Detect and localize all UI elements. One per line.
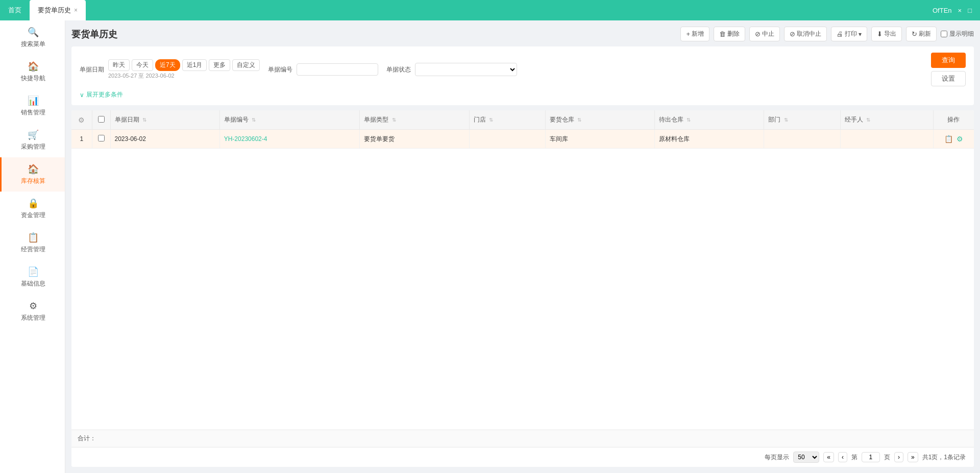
window-close-icon[interactable]: × (958, 7, 962, 14)
print-dropdown-icon: ▾ (859, 31, 862, 38)
sidebar-label-ops-mgmt: 经营管理 (21, 245, 45, 254)
td-type: 要货单要货 (360, 130, 469, 149)
th-req-warehouse: 要货仓库 ⇅ (545, 110, 654, 130)
sidebar-item-sales-mgmt[interactable]: 📊 销售管理 (0, 89, 65, 123)
tab-purchase-history[interactable]: 要货单历史 × (30, 0, 86, 20)
th-check (92, 110, 110, 130)
sidebar-item-purchase-mgmt[interactable]: 🛒 采购管理 (0, 123, 65, 157)
export-button[interactable]: ⬇ 导出 (871, 27, 902, 41)
query-button[interactable]: 查询 (931, 53, 966, 68)
sort-date-icon[interactable]: ⇅ (142, 117, 146, 123)
docno-link[interactable]: YH-20230602-4 (224, 135, 267, 143)
finance-mgmt-icon: 🔒 (28, 198, 39, 209)
sidebar-item-inventory[interactable]: 🏠 库存核算 (0, 157, 65, 192)
date-btn-7days[interactable]: 近7天 (155, 59, 180, 71)
data-table: ⚙ 单据日期 ⇅ 单据编号 ⇅ (71, 110, 974, 149)
sort-dept-icon[interactable]: ⇅ (784, 117, 788, 123)
sidebar-item-basic-info[interactable]: 📄 基础信息 (0, 260, 65, 294)
toolbar: + 新增 🗑 删除 ⊘ 中止 ⊘ 取消中止 🖨 打印 (680, 27, 974, 41)
total-label: 合计： (78, 434, 96, 443)
delete-icon: 🗑 (719, 30, 726, 38)
per-page-select[interactable]: 50 100 200 (793, 452, 819, 463)
display-detail-toggle[interactable]: 显示明细 (941, 30, 974, 38)
page-input[interactable] (862, 452, 880, 462)
td-pend-warehouse: 原材料仓库 (655, 130, 764, 149)
select-all-checkbox[interactable] (98, 116, 105, 123)
td-dept (764, 130, 840, 149)
date-filter-label: 单据日期 (80, 65, 104, 74)
total-info: 共1页，1条记录 (922, 453, 966, 462)
sidebar-item-quick-nav[interactable]: 🏠 快捷导航 (0, 55, 65, 89)
search-menu-icon: 🔍 (28, 27, 39, 38)
sidebar-label-inventory: 库存核算 (21, 177, 45, 185)
refresh-button[interactable]: ↻ 刷新 (906, 27, 937, 41)
refresh-icon: ↻ (912, 30, 917, 38)
print-icon: 🖨 (837, 30, 843, 38)
setting-button[interactable]: 设置 (931, 71, 966, 86)
sidebar-item-system-mgmt[interactable]: ⚙ 系统管理 (0, 294, 65, 328)
inventory-icon: 🏠 (28, 163, 39, 175)
th-date: 单据日期 ⇅ (110, 110, 219, 130)
status-select[interactable] (415, 63, 517, 76)
date-btn-today[interactable]: 今天 (132, 59, 153, 71)
date-btn-1month[interactable]: 近1月 (182, 59, 207, 71)
date-btn-custom[interactable]: 自定义 (232, 59, 260, 71)
new-icon: + (686, 30, 690, 38)
purchase-mgmt-icon: 🛒 (28, 129, 39, 140)
edit-button[interactable]: ⚙ (955, 134, 964, 144)
filter-actions: 查询 设置 (931, 53, 966, 86)
th-type: 单据类型 ⇅ (360, 110, 469, 130)
delete-button[interactable]: 🗑 删除 (714, 27, 745, 41)
new-button[interactable]: + 新增 (680, 27, 709, 41)
settings-icon[interactable]: ⚙ (78, 116, 85, 124)
top-bar: 首页 要货单历史 × OfTEn × □ (0, 0, 980, 20)
table-footer: 合计： (71, 430, 974, 447)
sort-req-warehouse-icon[interactable]: ⇅ (577, 117, 581, 123)
table-head: ⚙ 单据日期 ⇅ 单据编号 ⇅ (71, 110, 974, 130)
sidebar-item-search-menu[interactable]: 🔍 搜索菜单 (0, 20, 65, 55)
tab-close-icon[interactable]: × (74, 7, 78, 14)
td-store (469, 130, 545, 149)
th-docno: 单据编号 ⇅ (219, 110, 360, 130)
view-button[interactable]: 📋 (943, 134, 954, 144)
sidebar-item-ops-mgmt[interactable]: 📋 经营管理 (0, 226, 65, 260)
print-button[interactable]: 🖨 打印 ▾ (831, 27, 867, 41)
often-label: OfTEn (933, 7, 952, 14)
sort-pend-warehouse-icon[interactable]: ⇅ (687, 117, 691, 123)
sort-type-icon[interactable]: ⇅ (392, 117, 396, 123)
expand-more-btn[interactable]: ∨ 展开更多条件 (80, 90, 966, 99)
th-settings: ⚙ (71, 110, 92, 130)
date-filter-btns: 昨天 今天 近7天 近1月 更多 自定义 (108, 59, 260, 71)
system-mgmt-icon: ⚙ (29, 300, 37, 312)
date-btn-yesterday[interactable]: 昨天 (108, 59, 130, 71)
td-date: 2023-06-02 (110, 130, 219, 149)
sidebar-label-sales-mgmt: 销售管理 (21, 108, 45, 117)
sort-store-icon[interactable]: ⇅ (489, 117, 493, 123)
prev-page-button[interactable]: ‹ (838, 452, 847, 462)
main-layout: 🔍 搜索菜单 🏠 快捷导航 📊 销售管理 🛒 采购管理 🏠 库存核算 🔒 资金管… (0, 20, 980, 473)
window-maximize-icon[interactable]: □ (968, 7, 972, 14)
td-ops: 📋 ⚙ (933, 130, 974, 149)
stop-button[interactable]: ⊘ 中止 (749, 27, 780, 41)
th-store: 门店 ⇅ (469, 110, 545, 130)
tab-bar: 首页 要货单历史 × (0, 0, 86, 20)
docno-input[interactable] (297, 63, 378, 76)
sort-handler-icon[interactable]: ⇅ (866, 117, 870, 123)
cancel-stop-button[interactable]: ⊘ 取消中止 (784, 27, 827, 41)
sidebar: 🔍 搜索菜单 🏠 快捷导航 📊 销售管理 🛒 采购管理 🏠 库存核算 🔒 资金管… (0, 20, 65, 473)
sidebar-label-system-mgmt: 系统管理 (21, 314, 45, 322)
next-page-button[interactable]: › (894, 452, 903, 462)
chevron-down-icon: ∨ (80, 91, 84, 99)
sidebar-label-purchase-mgmt: 采购管理 (21, 143, 45, 151)
last-page-button[interactable]: » (908, 452, 918, 462)
basic-info-icon: 📄 (28, 266, 39, 277)
first-page-button[interactable]: « (823, 452, 834, 462)
table-scroll[interactable]: ⚙ 单据日期 ⇅ 单据编号 ⇅ (71, 110, 974, 430)
sidebar-item-finance-mgmt[interactable]: 🔒 资金管理 (0, 192, 65, 226)
date-filter-item: 单据日期 昨天 今天 近7天 近1月 更多 自定义 2023-05-27 至 2… (80, 59, 260, 80)
row-checkbox[interactable] (98, 135, 105, 141)
tab-home[interactable]: 首页 (0, 0, 30, 20)
sort-docno-icon[interactable]: ⇅ (252, 117, 256, 123)
date-btn-more[interactable]: 更多 (209, 59, 230, 71)
display-detail-checkbox[interactable] (941, 31, 947, 37)
